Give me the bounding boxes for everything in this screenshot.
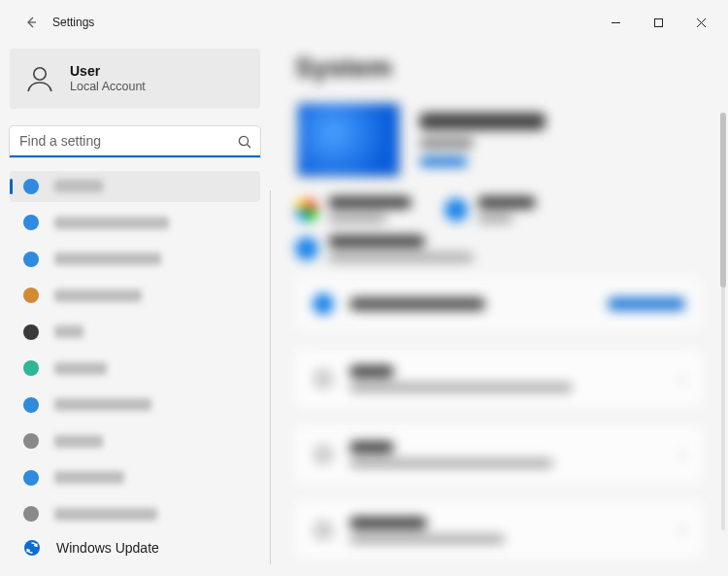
close-icon bbox=[696, 17, 707, 28]
sidebar-item-apps[interactable] bbox=[10, 317, 260, 348]
avatar-icon bbox=[23, 62, 56, 95]
update-icon bbox=[23, 539, 41, 557]
sidebar-item-personalization[interactable] bbox=[10, 281, 260, 312]
sidebar-item-icon bbox=[23, 215, 39, 230]
sidebar-item-privacy-security[interactable] bbox=[10, 499, 260, 530]
sidebar-item-label bbox=[54, 508, 157, 521]
maximize-icon bbox=[653, 17, 664, 28]
sidebar-item-icon bbox=[23, 324, 39, 340]
close-button[interactable] bbox=[679, 9, 722, 36]
search-input[interactable] bbox=[10, 126, 260, 157]
main-area: System › › › bbox=[270, 45, 728, 576]
sidebar-item-label bbox=[54, 180, 103, 192]
sidebar-item-time-language[interactable] bbox=[10, 390, 260, 421]
sidebar-item-network-internet[interactable] bbox=[10, 244, 260, 275]
scrollbar-thumb[interactable] bbox=[720, 113, 726, 288]
sidebar-item-accounts[interactable] bbox=[10, 354, 260, 385]
sidebar-item-icon bbox=[23, 288, 39, 303]
sidebar-item-icon bbox=[23, 506, 39, 522]
svg-point-1 bbox=[34, 68, 46, 80]
sidebar-item-label bbox=[54, 253, 161, 265]
account-name: User bbox=[70, 63, 146, 80]
back-button[interactable] bbox=[17, 9, 45, 36]
sidebar-item-label bbox=[54, 398, 151, 411]
maximize-button[interactable] bbox=[637, 9, 679, 36]
sidebar-item-bluetooth-devices[interactable] bbox=[10, 208, 260, 239]
sidebar-item-label bbox=[54, 362, 107, 375]
sidebar-item-windows-update[interactable]: Windows Update bbox=[10, 529, 260, 566]
sidebar-item-icon bbox=[23, 179, 39, 194]
arrow-left-icon bbox=[23, 15, 39, 30]
sidebar-nav bbox=[10, 171, 260, 529]
sidebar-item-label bbox=[54, 217, 169, 229]
account-card[interactable]: User Local Account bbox=[10, 49, 260, 109]
sidebar-item-icon bbox=[23, 433, 39, 449]
sidebar-item-icon bbox=[23, 470, 39, 486]
sidebar-item-label bbox=[54, 435, 103, 448]
sidebar-item-accessibility[interactable] bbox=[10, 462, 260, 493]
titlebar: Settings bbox=[0, 0, 728, 45]
sidebar-item-icon bbox=[23, 397, 39, 413]
sidebar-item-label: Windows Update bbox=[56, 540, 159, 556]
minimize-icon bbox=[611, 17, 621, 28]
sidebar: User Local Account Windows Update bbox=[0, 45, 270, 576]
account-subtitle: Local Account bbox=[70, 80, 146, 94]
search-wrap bbox=[10, 126, 260, 157]
sidebar-item-label bbox=[54, 471, 124, 484]
window-title: Settings bbox=[52, 16, 94, 29]
page-title: System bbox=[295, 52, 703, 84]
sidebar-item-icon bbox=[23, 360, 39, 376]
minimize-button[interactable] bbox=[594, 9, 637, 36]
sidebar-item-icon bbox=[23, 252, 39, 267]
sidebar-item-label bbox=[54, 289, 142, 302]
sidebar-item-gaming[interactable] bbox=[10, 426, 260, 457]
sidebar-item-label bbox=[54, 325, 83, 338]
sidebar-item-system[interactable] bbox=[10, 171, 260, 202]
svg-rect-0 bbox=[654, 18, 662, 26]
main-blurred-content: System › › › bbox=[270, 45, 728, 576]
